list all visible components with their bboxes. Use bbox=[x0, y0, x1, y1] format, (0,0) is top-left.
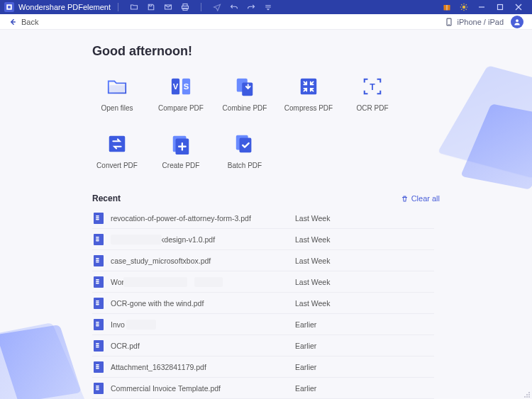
file-time: Last Week bbox=[295, 257, 330, 265]
theme-icon[interactable] bbox=[458, 2, 470, 12]
action-open[interactable]: Open files bbox=[92, 76, 142, 112]
trash-icon bbox=[401, 195, 409, 203]
file-time: Earlier bbox=[295, 342, 316, 350]
action-label: Combine PDF bbox=[223, 104, 267, 112]
action-label: Convert PDF bbox=[96, 162, 138, 169]
arrow-left-icon bbox=[9, 18, 17, 26]
action-batch[interactable]: Batch PDF bbox=[220, 133, 270, 169]
redaction-block bbox=[126, 320, 156, 330]
close-button[interactable] bbox=[509, 0, 528, 14]
svg-line-13 bbox=[466, 9, 467, 10]
pdf-file-icon bbox=[94, 234, 104, 245]
svg-rect-37 bbox=[240, 138, 252, 153]
send-icon[interactable] bbox=[211, 2, 223, 12]
file-time: Last Week bbox=[295, 235, 330, 244]
decoration-icon bbox=[438, 65, 532, 178]
redo-icon[interactable] bbox=[245, 2, 257, 12]
user-avatar[interactable] bbox=[511, 16, 523, 28]
open-folder-icon[interactable] bbox=[128, 2, 140, 12]
decoration-icon bbox=[0, 322, 89, 399]
file-time: Earlier bbox=[295, 384, 316, 393]
decoration-icon bbox=[460, 103, 532, 189]
recent-list[interactable]: revocation-of-power-of-attorney-form-3.p… bbox=[92, 208, 440, 399]
recent-row[interactable]: revocation-of-power-of-attorney-form-3.p… bbox=[92, 208, 434, 229]
svg-line-14 bbox=[461, 9, 462, 10]
svg-text:S: S bbox=[184, 82, 189, 91]
recent-row[interactable]: OCR.pdfEarlier bbox=[92, 335, 434, 356]
svg-rect-6 bbox=[446, 5, 448, 11]
greeting-heading: Good afternoon! bbox=[92, 44, 440, 59]
svg-rect-29 bbox=[301, 79, 317, 95]
back-button[interactable]: Back bbox=[9, 18, 38, 26]
file-time: Last Week bbox=[295, 278, 330, 286]
recent-row[interactable]: Invo 009.pdfEarlier bbox=[92, 314, 434, 335]
recent-row[interactable]: OCR-gone with the wind.pdfLast Week bbox=[92, 293, 434, 314]
save-icon[interactable] bbox=[145, 2, 157, 12]
svg-point-40 bbox=[526, 394, 528, 395]
file-time: Earlier bbox=[295, 320, 316, 329]
action-label: Create PDF bbox=[162, 162, 200, 169]
svg-point-43 bbox=[524, 396, 526, 398]
mail-icon[interactable] bbox=[162, 2, 174, 12]
svg-point-41 bbox=[528, 396, 530, 398]
svg-point-42 bbox=[526, 396, 528, 398]
actions-grid: Open filesVSCompare PDFCombine PDFCompre… bbox=[92, 76, 397, 169]
device-label: iPhone / iPad bbox=[458, 18, 504, 26]
action-convert[interactable]: Convert PDF bbox=[92, 133, 142, 169]
recent-row[interactable]: Attachment_1632841179.pdfEarlier bbox=[92, 356, 434, 378]
file-name: Invo 009.pdf bbox=[111, 320, 295, 330]
user-icon bbox=[514, 18, 521, 26]
compare-icon: VS bbox=[170, 76, 192, 97]
quick-access-dropdown-icon[interactable] bbox=[262, 2, 274, 12]
recent-row[interactable]: 2021BrandBookdesign-v1.0.pdfLast Week bbox=[92, 229, 434, 250]
svg-text:T: T bbox=[370, 82, 375, 92]
back-label: Back bbox=[21, 18, 38, 26]
pdf-file-icon bbox=[94, 298, 104, 309]
file-name: OCR.pdf bbox=[111, 341, 295, 351]
svg-line-12 bbox=[461, 4, 462, 5]
svg-point-7 bbox=[462, 6, 466, 9]
file-name: 2021BrandBookdesign-v1.0.pdf bbox=[111, 235, 295, 245]
recent-row[interactable]: WorLast Week bbox=[92, 271, 434, 293]
create-icon bbox=[170, 133, 192, 154]
print-icon[interactable] bbox=[179, 2, 191, 12]
file-name: revocation-of-power-of-attorney-form-3.p… bbox=[111, 213, 295, 223]
file-name: Commercial Invoice Template.pdf bbox=[111, 383, 295, 393]
svg-text:V: V bbox=[173, 82, 179, 91]
svg-point-39 bbox=[528, 394, 530, 395]
batch-icon bbox=[234, 133, 255, 154]
svg-line-15 bbox=[466, 4, 467, 5]
action-ocr[interactable]: TOCR PDF bbox=[348, 76, 397, 112]
compress-icon bbox=[298, 76, 319, 97]
recent-heading: Recent bbox=[92, 193, 121, 203]
svg-point-22 bbox=[516, 19, 519, 22]
redaction-block bbox=[194, 277, 223, 287]
divider bbox=[201, 3, 201, 11]
resize-grip-icon[interactable] bbox=[523, 390, 531, 398]
clear-all-button[interactable]: Clear all bbox=[401, 194, 440, 203]
action-compress[interactable]: Compress PDF bbox=[284, 76, 333, 112]
device-link[interactable]: iPhone / iPad bbox=[445, 18, 504, 26]
maximize-button[interactable] bbox=[491, 0, 509, 14]
phone-icon bbox=[445, 18, 453, 26]
svg-point-38 bbox=[528, 392, 530, 393]
action-combine[interactable]: Combine PDF bbox=[220, 76, 270, 112]
action-compare[interactable]: VSCompare PDF bbox=[156, 76, 206, 112]
redaction-block bbox=[123, 277, 187, 287]
file-name: Attachment_1632841179.pdf bbox=[111, 362, 295, 372]
pdf-file-icon bbox=[94, 340, 104, 352]
file-name: case_study_microsoftxbox.pdf bbox=[111, 256, 295, 266]
gift-icon[interactable] bbox=[441, 2, 453, 12]
recent-row[interactable]: case_study_microsoftxbox.pdfLast Week bbox=[92, 250, 434, 271]
file-name: OCR-gone with the wind.pdf bbox=[111, 298, 295, 308]
file-time: Earlier bbox=[295, 363, 316, 371]
recent-row[interactable]: Commercial Invoice Template.pdfEarlier bbox=[92, 378, 434, 399]
action-label: OCR PDF bbox=[357, 104, 389, 112]
svg-rect-17 bbox=[498, 5, 503, 10]
pdf-file-icon bbox=[94, 213, 104, 224]
minimize-button[interactable] bbox=[472, 0, 491, 14]
action-create[interactable]: Create PDF bbox=[156, 133, 206, 169]
action-label: Open files bbox=[101, 104, 133, 112]
undo-icon[interactable] bbox=[228, 2, 240, 12]
action-label: Compare PDF bbox=[158, 104, 204, 112]
